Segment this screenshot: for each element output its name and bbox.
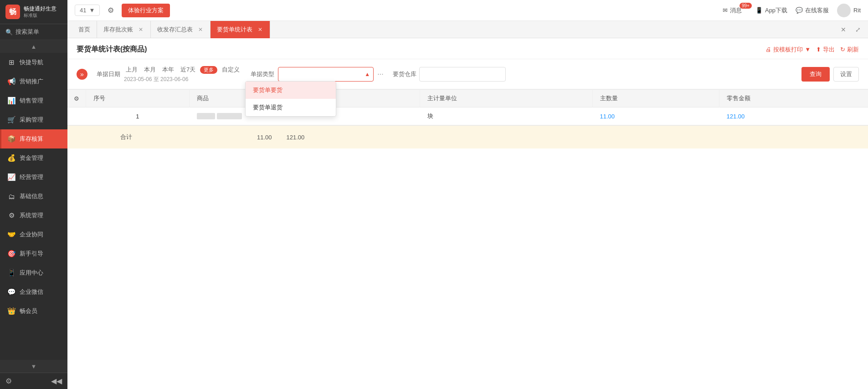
td-amount[interactable]: 121.00 (719, 107, 868, 125)
wechat-icon: 💬 (7, 287, 16, 297)
data-table: ⚙ 序号 商品 主计量单位 主数量 零售金额 1 (67, 89, 868, 125)
sidebar-item-app-center[interactable]: 📱 应用中心 (0, 263, 67, 282)
sidebar-item-system[interactable]: ⚙ 系统管理 (0, 206, 67, 225)
dropdown-item-order-normal[interactable]: 要货单要货 (246, 82, 336, 99)
sidebar-item-operations[interactable]: 📈 经营管理 (0, 168, 67, 187)
settings-button[interactable]: 设置 (833, 67, 859, 82)
user-menu[interactable]: Rit (837, 4, 861, 17)
type-select-input[interactable] (278, 67, 374, 82)
company-name: 41 (80, 7, 86, 14)
message-button[interactable]: ✉ 消息 99+ (723, 6, 747, 15)
sidebar-item-basic-info[interactable]: 🗂 基础信息 (0, 187, 67, 206)
tab-receivable-summary[interactable]: 收发存汇总表 ✕ (151, 21, 211, 38)
finance-icon: 💰 (7, 154, 16, 163)
tab-inventory-batch[interactable]: 库存批次账 ✕ (97, 21, 151, 38)
th-no: 序号 (86, 90, 190, 107)
sidebar-scroll-up[interactable]: ▲ (0, 40, 67, 53)
sidebar-scroll-down[interactable]: ▼ (0, 360, 67, 373)
export-action[interactable]: ⬆ 导出 (816, 46, 835, 54)
date-filter-block: 上月 本月 本年 近7天 更多 自定义 2023-05-06 至 2023-06… (124, 65, 241, 83)
table-wrapper: ⚙ 序号 商品 主计量单位 主数量 零售金额 1 (67, 89, 868, 125)
system-icon: ⚙ (7, 211, 16, 220)
collapse-sidebar-icon[interactable]: ◀◀ (51, 377, 62, 385)
type-select-wrapper: ▲ (278, 67, 374, 82)
tab-home[interactable]: 首页 (72, 21, 97, 38)
td-unit: 块 (420, 107, 593, 125)
sidebar-item-inventory[interactable]: 📦 库存核算 (0, 129, 67, 148)
table-footer: 合计 11.00 121.00 (67, 125, 868, 148)
dropdown-item-order-return[interactable]: 要货单退货 (246, 99, 336, 116)
export-label: 导出 (823, 46, 835, 54)
sidebar-item-vip[interactable]: 👑 畅会员 (0, 302, 67, 321)
footer-settings-cell (67, 134, 86, 140)
sidebar-item-marketing[interactable]: 📢 营销推广 (0, 72, 67, 91)
sidebar-item-wechat[interactable]: 💬 企业微信 (0, 282, 67, 302)
vip-icon: 👑 (7, 307, 16, 316)
sidebar-item-sales[interactable]: 📊 销售管理 (0, 91, 67, 110)
print-icon: 🖨 (765, 46, 771, 53)
date-last-month[interactable]: 上月 (124, 65, 139, 75)
app-center-icon: 📱 (7, 268, 16, 277)
app-download-label: App下载 (765, 6, 787, 15)
sidebar-item-label: 营销推广 (20, 77, 43, 86)
sidebar-item-purchase[interactable]: 🛒 采购管理 (0, 110, 67, 129)
sidebar-item-finance[interactable]: 💰 资金管理 (0, 148, 67, 168)
th-settings[interactable]: ⚙ (67, 90, 86, 107)
filter-expand-button[interactable]: » (77, 69, 87, 80)
date-custom[interactable]: 自定义 (220, 65, 241, 75)
page-title-bar: 要货单统计表(按商品) 🖨 按模板打印 ▼ ⬆ 导出 ↻ 刷新 (67, 38, 868, 59)
filter-area: » 单据日期 上月 本月 本年 近7天 更多 自定义 2023-05-06 至 … (67, 59, 868, 89)
sidebar-logo: 畅 畅捷通好生意 标准版 (0, 0, 67, 24)
export-icon: ⬆ (816, 46, 821, 53)
sidebar-item-label: 系统管理 (20, 211, 43, 220)
settings-bottom-icon[interactable]: ⚙ (5, 377, 12, 385)
filter-more-button[interactable]: ··· (377, 70, 383, 78)
page-body: 要货单统计表(按商品) 🖨 按模板打印 ▼ ⬆ 导出 ↻ 刷新 (67, 38, 868, 389)
tab-inventory-batch-close[interactable]: ✕ (138, 26, 144, 33)
td-no: 1 (86, 107, 190, 125)
refresh-action[interactable]: ↻ 刷新 (840, 46, 859, 54)
app-download-icon: 📱 (755, 7, 763, 14)
sidebar-search[interactable]: 🔍 搜索菜单 (0, 24, 67, 40)
tab-receivable-summary-close[interactable]: ✕ (197, 26, 204, 33)
page-title-actions: 🖨 按模板打印 ▼ ⬆ 导出 ↻ 刷新 (765, 46, 859, 54)
th-unit: 主计量单位 (420, 90, 593, 107)
footer-total-label: 合计 (113, 130, 204, 144)
sidebar-item-label: 销售管理 (20, 97, 43, 105)
print-action[interactable]: 🖨 按模板打印 ▼ (765, 46, 811, 54)
sidebar-item-label: 畅会员 (20, 307, 37, 315)
window-restore-button[interactable]: ⤢ (853, 25, 863, 34)
app-download-button[interactable]: 📱 App下载 (755, 6, 787, 15)
th-quantity: 主数量 (592, 90, 719, 107)
top-header: 41 ▼ ⚙ 体验行业方案 ✉ 消息 99+ 📱 App下载 💬 在线客服 R (67, 0, 868, 21)
company-selector[interactable]: 41 ▼ (75, 5, 100, 16)
type-filter-label: 单据类型 (251, 70, 274, 78)
tab-order-stats-close[interactable]: ✕ (257, 26, 263, 33)
date-this-month[interactable]: 本月 (142, 65, 158, 75)
sidebar-item-quick-nav[interactable]: ⊞ 快捷导航 (0, 53, 67, 72)
date-this-year[interactable]: 本年 (160, 65, 176, 75)
sidebar-item-label: 快捷导航 (20, 58, 43, 67)
query-button[interactable]: 查询 (801, 67, 830, 82)
warehouse-input[interactable] (419, 67, 506, 82)
date-last-7-days[interactable]: 近7天 (179, 65, 197, 75)
refresh-icon: ↻ (840, 46, 845, 53)
date-more[interactable]: 更多 (200, 66, 217, 74)
sidebar-item-label: 新手引导 (20, 250, 43, 258)
sidebar-item-label: 库存核算 (20, 135, 43, 143)
sidebar-item-label: 经营管理 (20, 173, 43, 181)
refresh-label: 刷新 (847, 46, 859, 54)
window-close-button[interactable]: ✕ (838, 25, 849, 34)
header-settings-button[interactable]: ⚙ (104, 4, 117, 17)
td-quantity[interactable]: 11.00 (592, 107, 719, 125)
online-service-button[interactable]: 💬 在线客服 (796, 6, 829, 15)
tab-order-stats[interactable]: 要货单统计表 ✕ (211, 21, 270, 38)
sidebar-item-enterprise[interactable]: 🤝 企业协同 (0, 225, 67, 244)
footer-no-cell (86, 134, 113, 140)
marketing-icon: 📢 (7, 77, 16, 86)
online-service-icon: 💬 (796, 7, 803, 14)
sidebar-item-guide[interactable]: 🎯 新手引导 (0, 244, 67, 263)
sidebar-items: ⊞ 快捷导航 📢 营销推广 📊 销售管理 🛒 采购管理 📦 库存核算 💰 资金管… (0, 53, 67, 360)
trial-button[interactable]: 体验行业方案 (122, 4, 170, 17)
main-area: 41 ▼ ⚙ 体验行业方案 ✉ 消息 99+ 📱 App下载 💬 在线客服 R (67, 0, 868, 389)
